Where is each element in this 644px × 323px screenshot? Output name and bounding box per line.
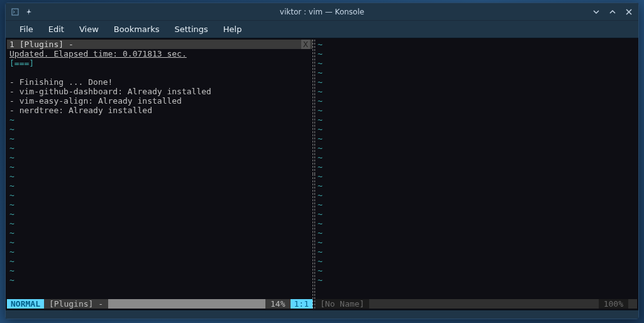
buffer-close-button[interactable]: X — [301, 40, 310, 49]
tilde-line: ~ — [7, 162, 313, 172]
update-status: Updated. Elapsed time: 0.071813 sec. — [7, 49, 313, 58]
tilde-line: ~ — [315, 106, 637, 115]
left-pane[interactable]: 1 [Plugins] - X Updated. Elapsed time: 0… — [7, 40, 313, 309]
tilde-line: ~ — [315, 172, 637, 181]
tilde-line: ~ — [315, 143, 637, 153]
tilde-line: ~ — [315, 256, 637, 266]
tilde-line: ~ — [315, 209, 637, 219]
tilde-line: ~ — [7, 256, 313, 266]
app-icon — [11, 8, 19, 16]
menu-view[interactable]: View — [73, 22, 105, 36]
tilde-line: ~ — [7, 124, 313, 134]
buffer-line: - vim-easy-align: Already installed — [7, 96, 313, 106]
tilde-line: ~ — [315, 190, 637, 200]
tilde-line: ~ — [315, 68, 637, 77]
tilde-line: ~ — [7, 200, 313, 209]
menu-settings[interactable]: Settings — [168, 22, 214, 36]
tilde-line: ~ — [315, 87, 637, 96]
statusline-end — [628, 299, 637, 309]
tilde-line: ~ — [315, 96, 637, 106]
tilde-line: ~ — [315, 275, 637, 285]
buffer-line: - Finishing ... Done! — [7, 77, 313, 87]
buffer-header: 1 [Plugins] - X — [7, 40, 313, 49]
tilde-line: ~ — [315, 238, 637, 247]
tilde-line: ~ — [7, 228, 313, 238]
buffer-line: - nerdtree: Already installed — [7, 106, 313, 115]
tilde-line: ~ — [315, 77, 637, 87]
tilde-line: ~ — [7, 181, 313, 190]
position-indicator: 1:1 — [291, 299, 313, 309]
file-name-indicator: [Plugins] - — [44, 299, 108, 309]
right-pane[interactable]: ~~~~~~~~~~~~~~~~~~~~~~~~~~ [No Name] 100… — [315, 40, 637, 309]
tilde-line: ~ — [7, 275, 313, 285]
tilde-line: ~ — [315, 124, 637, 134]
menu-help[interactable]: Help — [217, 22, 248, 36]
pin-icon[interactable] — [25, 8, 33, 16]
menu-file[interactable]: File — [13, 22, 40, 36]
tilde-line: ~ — [315, 49, 637, 58]
statusline-left: NORMAL [Plugins] - 14% 1:1 — [7, 299, 313, 309]
editor-area: 1 [Plugins] - X Updated. Elapsed time: 0… — [7, 40, 637, 309]
bottom-bar — [6, 310, 638, 319]
tilde-line: ~ — [7, 134, 313, 143]
maximize-button[interactable] — [608, 8, 617, 16]
statusline-right: [No Name] 100% — [315, 299, 637, 309]
tilde-line: ~ — [7, 219, 313, 228]
mode-indicator: NORMAL — [7, 299, 44, 309]
statusline-spacer — [108, 299, 265, 309]
tilde-line: ~ — [7, 115, 313, 124]
empty-lines: ~~~~~~~~~~~~~~~~~~ — [7, 115, 313, 299]
minimize-button[interactable] — [592, 8, 601, 16]
svg-rect-0 — [12, 9, 18, 15]
menubar: File Edit View Bookmarks Settings Help — [6, 21, 638, 38]
tilde-line: ~ — [7, 190, 313, 200]
titlebar: viktor : vim — Konsole — [6, 3, 638, 21]
tilde-line: ~ — [315, 266, 637, 275]
tilde-line: ~ — [315, 58, 637, 68]
empty-lines: ~~~~~~~~~~~~~~~~~~~~~~~~~~ — [315, 40, 637, 299]
tilde-line: ~ — [315, 219, 637, 228]
statusline-spacer — [369, 299, 598, 309]
tilde-line: ~ — [7, 247, 313, 256]
tilde-line: ~ — [315, 115, 637, 124]
tilde-line: ~ — [315, 153, 637, 162]
window-title: viktor : vim — Konsole — [6, 8, 638, 16]
konsole-window: viktor : vim — Konsole File Edit View Bo… — [5, 3, 639, 319]
tilde-line: ~ — [7, 172, 313, 181]
close-button[interactable] — [625, 8, 633, 16]
menu-bookmarks[interactable]: Bookmarks — [108, 22, 166, 36]
tilde-line: ~ — [7, 143, 313, 153]
terminal-area[interactable]: 1 [Plugins] - X Updated. Elapsed time: 0… — [6, 38, 638, 310]
buffer-line — [7, 68, 313, 77]
tilde-line: ~ — [7, 238, 313, 247]
tilde-line: ~ — [315, 134, 637, 143]
tilde-line: ~ — [315, 247, 637, 256]
tilde-line: ~ — [315, 228, 637, 238]
progress-indicator: [===] — [7, 58, 313, 68]
buffer-header-text: 1 [Plugins] - — [9, 40, 74, 49]
menu-edit[interactable]: Edit — [42, 22, 70, 36]
file-name-indicator: [No Name] — [315, 299, 369, 309]
tilde-line: ~ — [315, 181, 637, 190]
tilde-line: ~ — [7, 153, 313, 162]
tilde-line: ~ — [315, 40, 637, 49]
tilde-line: ~ — [7, 266, 313, 275]
tilde-line: ~ — [7, 209, 313, 219]
tilde-line: ~ — [315, 200, 637, 209]
buffer-line: - vim-github-dashboard: Already installe… — [7, 87, 313, 96]
percent-indicator: 14% — [265, 299, 290, 309]
tilde-line: ~ — [315, 162, 637, 172]
percent-indicator: 100% — [599, 299, 628, 309]
